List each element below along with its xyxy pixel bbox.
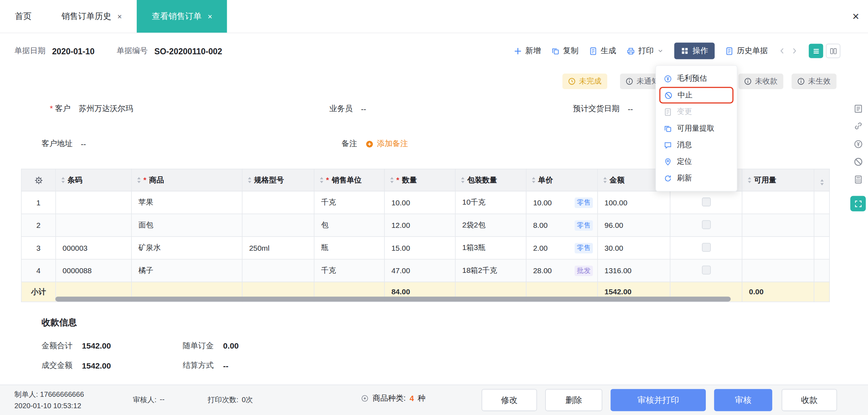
menu-item-abort[interactable]: 中止 bbox=[659, 87, 734, 103]
list-view-toggle[interactable] bbox=[809, 44, 823, 58]
print-label: 打印 bbox=[638, 46, 654, 56]
add-button[interactable]: 新增 bbox=[514, 46, 541, 56]
print-button[interactable]: 打印 bbox=[627, 46, 664, 56]
calculator-icon[interactable] bbox=[853, 175, 863, 184]
prev-record-icon[interactable] bbox=[778, 47, 786, 55]
cell-row-no: 1 bbox=[21, 191, 56, 214]
generate-icon bbox=[589, 47, 597, 55]
gear-icon[interactable] bbox=[34, 176, 43, 185]
product-category-count: 商品种类: 4 种 bbox=[361, 394, 425, 404]
cell-unit: 包 bbox=[314, 214, 384, 237]
delivery-date-value[interactable]: -- bbox=[628, 105, 633, 114]
header-spec[interactable]: 规格型号 bbox=[242, 169, 314, 191]
card-view-toggle[interactable] bbox=[826, 44, 840, 58]
table-row[interactable]: 2 面包 包 12.00 2袋2包 8.00零售 96.00 bbox=[21, 214, 830, 237]
row-checkbox[interactable] bbox=[702, 242, 710, 251]
modify-button[interactable]: 修改 bbox=[482, 389, 537, 411]
menu-item-profit-estimate[interactable]: 毛利预估 bbox=[656, 70, 737, 87]
menu-item-label: 变更 bbox=[677, 107, 692, 117]
customer-address-value[interactable]: -- bbox=[81, 139, 86, 148]
delete-button[interactable]: 删除 bbox=[545, 389, 602, 411]
required-mark: * bbox=[143, 176, 146, 184]
row-checkbox[interactable] bbox=[702, 197, 710, 206]
sort-icon[interactable] bbox=[461, 177, 464, 183]
sort-icon[interactable] bbox=[320, 177, 323, 183]
required-mark: * bbox=[396, 176, 399, 184]
table-row[interactable]: 4 0000088 橘子 千克 47.00 18箱2千克 28.00批发 131… bbox=[21, 259, 830, 282]
fullscreen-button[interactable] bbox=[850, 196, 865, 211]
sort-icon[interactable] bbox=[248, 177, 251, 183]
sort-icon[interactable] bbox=[137, 177, 140, 183]
cell-qty: 12.00 bbox=[384, 214, 455, 237]
money-icon[interactable] bbox=[853, 139, 863, 149]
subtotal-label: 小计 bbox=[21, 282, 56, 302]
header-price[interactable]: 单价 bbox=[526, 169, 598, 191]
price-type-tag: 批发 bbox=[575, 265, 593, 276]
cell-clipped bbox=[814, 236, 829, 259]
add-label: 新增 bbox=[525, 46, 541, 56]
menu-item-refresh[interactable]: 刷新 bbox=[656, 170, 737, 186]
salesman-value[interactable]: -- bbox=[361, 105, 366, 114]
header-qty[interactable]: *数量 bbox=[384, 169, 455, 191]
horizontal-scrollbar[interactable] bbox=[55, 296, 731, 301]
header-barcode[interactable]: 条码 bbox=[56, 169, 131, 191]
history-label: 历史单据 bbox=[737, 46, 768, 56]
field-label: 金额合计 bbox=[41, 341, 73, 351]
operate-button[interactable]: 操作 bbox=[674, 42, 715, 59]
close-all-icon[interactable]: × bbox=[852, 0, 859, 33]
sort-icon[interactable] bbox=[748, 177, 751, 183]
header-product[interactable]: *商品 bbox=[131, 169, 242, 191]
location-pin-icon bbox=[664, 158, 672, 166]
cell-price: 10.00零售 bbox=[526, 191, 598, 214]
field-label: 客户地址 bbox=[41, 139, 73, 149]
info-icon bbox=[797, 78, 805, 85]
row-checkbox[interactable] bbox=[702, 265, 710, 274]
header-clipped-column[interactable] bbox=[814, 169, 829, 191]
sort-icon[interactable] bbox=[820, 179, 823, 185]
circle-slash-icon[interactable] bbox=[853, 157, 863, 166]
copy-button[interactable]: 复制 bbox=[552, 46, 579, 56]
auditor-label: 审核人: bbox=[133, 395, 156, 405]
table-row[interactable]: 3 000003 矿泉水 250ml 瓶 15.00 1箱3瓶 2.00零售 3… bbox=[21, 236, 830, 259]
receive-payment-button[interactable]: 收款 bbox=[782, 389, 837, 411]
generate-button[interactable]: 生成 bbox=[589, 46, 616, 56]
salesman-field: 业务员 -- bbox=[329, 102, 366, 116]
tab-sales-order-history[interactable]: 销售订单历史 × bbox=[46, 0, 137, 32]
tab-close-icon[interactable]: × bbox=[208, 12, 212, 21]
sort-icon[interactable] bbox=[603, 177, 607, 183]
message-icon bbox=[664, 141, 672, 149]
tab-view-sales-order[interactable]: 查看销售订单 × bbox=[137, 0, 227, 32]
doc-no-value: SO-20200110-002 bbox=[154, 46, 222, 55]
badge-label: 未生效 bbox=[808, 76, 831, 86]
header-unit[interactable]: *销售单位 bbox=[314, 169, 384, 191]
field-label: 成交金额 bbox=[41, 361, 73, 371]
link-icon[interactable] bbox=[853, 122, 863, 131]
info-icon bbox=[744, 78, 752, 85]
header-pkg-qty[interactable]: 包装数量 bbox=[455, 169, 526, 191]
menu-item-message[interactable]: 消息 bbox=[656, 137, 737, 153]
sort-icon[interactable] bbox=[61, 177, 65, 183]
menu-item-available-extract[interactable]: 可用量提取 bbox=[656, 120, 737, 136]
audit-and-print-button[interactable]: 审核并打印 bbox=[610, 389, 706, 411]
detail-form-icon[interactable] bbox=[853, 104, 863, 113]
menu-item-locate[interactable]: 定位 bbox=[656, 153, 737, 170]
next-record-icon[interactable] bbox=[790, 47, 798, 55]
cell-amount: 100.00 bbox=[598, 191, 670, 214]
audit-button[interactable]: 审核 bbox=[714, 389, 772, 411]
customer-address-field: 客户地址 -- bbox=[41, 137, 86, 150]
customer-value[interactable]: 苏州万达沃尔玛 bbox=[79, 104, 133, 114]
row-checkbox[interactable] bbox=[702, 220, 710, 229]
plus-icon bbox=[514, 47, 522, 55]
history-docs-button[interactable]: 历史单据 bbox=[725, 46, 768, 56]
menu-item-label: 定位 bbox=[677, 156, 692, 166]
tab-home[interactable]: 首页 bbox=[0, 0, 46, 32]
add-remark-button[interactable]: 添加备注 bbox=[365, 139, 408, 149]
sort-icon[interactable] bbox=[390, 177, 394, 183]
sort-icon[interactable] bbox=[532, 177, 535, 183]
cell-barcode: 0000088 bbox=[56, 259, 131, 282]
header-available[interactable]: 可用量 bbox=[742, 169, 814, 191]
tab-close-icon[interactable]: × bbox=[118, 12, 122, 21]
table-row[interactable]: 1 苹果 千克 10.00 10千克 10.00零售 100.00 bbox=[21, 191, 830, 214]
refresh-icon bbox=[664, 174, 672, 182]
cell-available bbox=[742, 236, 814, 259]
